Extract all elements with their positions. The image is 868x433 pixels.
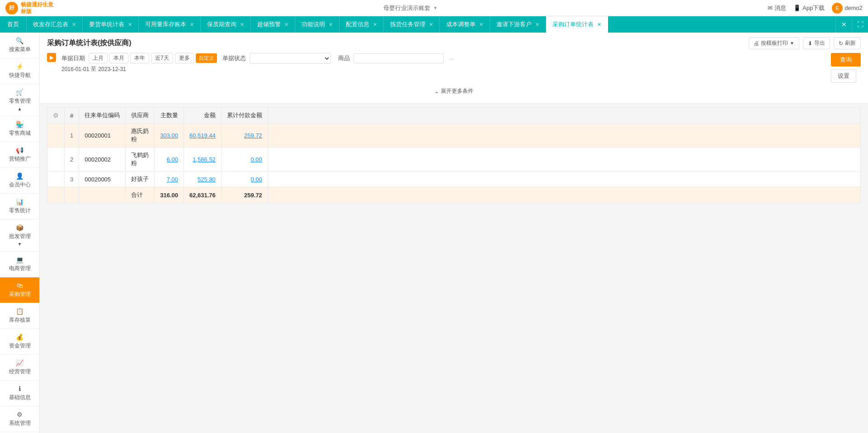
- row-amount[interactable]: 525.80: [184, 171, 222, 187]
- tab-yaohuo-close[interactable]: ✕: [128, 22, 132, 28]
- tab-keyongliang-close[interactable]: ✕: [190, 22, 194, 28]
- filter-goods-more[interactable]: ···: [448, 55, 456, 62]
- date-btn-more[interactable]: 更多: [175, 53, 194, 63]
- expand-more-button[interactable]: ⌄ 展开更多条件: [432, 85, 476, 98]
- tab-jianhuo-close[interactable]: ✕: [429, 22, 433, 28]
- tab-home[interactable]: 首页: [0, 16, 27, 33]
- ecom-icon: 💻: [16, 256, 24, 263]
- tab-shoufacun-close[interactable]: ✕: [72, 22, 76, 28]
- th-code: 往来单位编码: [79, 108, 126, 124]
- table-row: 1 00020001 惠氏奶粉 303.00 60,519.44 259.72: [47, 124, 861, 148]
- tab-yaohuo[interactable]: 要货单统计表 ✕: [83, 16, 139, 33]
- tab-baozhi-close[interactable]: ✕: [240, 22, 244, 28]
- tab-chengben-close[interactable]: ✕: [479, 22, 483, 28]
- row-qty[interactable]: 6.00: [155, 148, 184, 171]
- footer-paid: 259.72: [221, 187, 268, 203]
- workspace-selector[interactable]: 母婴行业演示账套 ▼: [383, 4, 438, 12]
- filter-area: ▶ 单据日期 上月 本月 本年 近7天 更多 自定义: [47, 53, 861, 103]
- row-amount[interactable]: 60,519.44: [184, 124, 222, 148]
- row-extra: [268, 124, 860, 148]
- sidebar-item-basic-info[interactable]: ℹ 基础信息: [0, 381, 39, 406]
- message-button[interactable]: ✉ 消息: [768, 4, 786, 12]
- sidebar-ecom-label: 电商管理: [9, 265, 31, 272]
- page-title-row: 采购订单统计表(按供应商) 🖨 按模板打印 ▼ ⬇ 导出 ↻ 刷新: [47, 37, 861, 49]
- filter-right-group: 单据状态 商品 ···: [222, 53, 826, 64]
- tab-gongneng-close[interactable]: ✕: [329, 22, 333, 28]
- filter-goods-input[interactable]: [354, 53, 444, 63]
- tab-keyongliang[interactable]: 可用量库存账本 ✕: [139, 16, 201, 33]
- sidebar-item-purchase[interactable]: 🛍 采购管理: [0, 277, 39, 303]
- sidebar-item-search[interactable]: 🔍 搜索菜单: [0, 33, 39, 58]
- sidebar-item-retail-stats[interactable]: 📊 零售统计: [0, 194, 39, 219]
- toggle-filter-button[interactable]: ▶: [47, 53, 56, 62]
- query-button[interactable]: 查询: [831, 53, 861, 67]
- message-icon: ✉: [768, 5, 773, 11]
- sidebar-retail-shop-label: 零售商城: [9, 129, 31, 137]
- search-menu-icon: 🔍: [16, 37, 24, 44]
- table-row: 2 00020002 飞鹤奶粉 6.00 1,586.52 0.00: [47, 148, 861, 171]
- tab-yaoqing-close[interactable]: ✕: [535, 22, 539, 28]
- tab-chaochu-close[interactable]: ✕: [284, 22, 288, 28]
- tab-shoufacun[interactable]: 收发存汇总表 ✕: [27, 16, 83, 33]
- tab-baozhi[interactable]: 保质期查询 ✕: [201, 16, 251, 33]
- sidebar-item-retail-mgmt[interactable]: 🛒 零售管理 ▲: [0, 84, 39, 116]
- top-bar-left: 好 畅捷通好生意 标版: [5, 1, 53, 14]
- tab-chengben[interactable]: 成本调整单 ✕: [440, 16, 490, 33]
- tab-peizhi[interactable]: 配置信息 ✕: [340, 16, 384, 33]
- user-menu[interactable]: E demo2: [832, 3, 863, 14]
- app-download-button[interactable]: 📱 App下载: [793, 4, 825, 12]
- row-qty[interactable]: 303.00: [155, 124, 184, 148]
- retail-shop-icon: 🏪: [16, 121, 24, 128]
- date-to: 2023-12-31: [98, 66, 126, 72]
- sidebar-item-inventory[interactable]: 📋 库存核算: [0, 303, 39, 329]
- top-bar-right: ✉ 消息 📱 App下载 E demo2: [768, 3, 863, 14]
- data-table: ⚙ # 往来单位编码 供应商 主数量 金额 累计付款金额 1 00020001 …: [47, 107, 861, 203]
- export-icon: ⬇: [808, 40, 812, 47]
- table-settings-icon[interactable]: ⚙: [53, 112, 59, 119]
- sidebar-item-retail-shop[interactable]: 🏪 零售商城: [0, 116, 39, 142]
- row-qty[interactable]: 7.00: [155, 171, 184, 187]
- sidebar-item-member[interactable]: 👤 会员中心: [0, 168, 39, 194]
- sidebar-item-system[interactable]: ⚙ 系统管理: [0, 406, 39, 432]
- filter-main-row: ▶ 单据日期 上月 本月 本年 近7天 更多 自定义: [47, 53, 861, 83]
- tab-gongneng[interactable]: 功能说明 ✕: [295, 16, 340, 33]
- sidebar-item-operations[interactable]: 📈 经营管理: [0, 355, 39, 381]
- row-amount[interactable]: 1,586.52: [184, 148, 222, 171]
- date-btn-this-year[interactable]: 本年: [130, 53, 149, 63]
- row-paid[interactable]: 259.72: [221, 124, 268, 148]
- workspace-dropdown-icon[interactable]: ▼: [433, 5, 438, 10]
- logo-text: 畅捷通好生意 标版: [21, 1, 53, 14]
- sidebar-item-marketing[interactable]: 📢 营销推广: [0, 142, 39, 168]
- row-paid[interactable]: 0.00: [221, 171, 268, 187]
- tab-yaoqing[interactable]: 邀请下游客户 ✕: [490, 16, 546, 33]
- date-btn-last-month[interactable]: 上月: [89, 53, 108, 63]
- template-print-button[interactable]: 🖨 按模板打印 ▼: [749, 37, 799, 49]
- date-btn-this-month[interactable]: 本月: [109, 53, 128, 63]
- sidebar-item-ecom[interactable]: 💻 电商管理: [0, 252, 39, 277]
- tab-peizhi-close[interactable]: ✕: [373, 22, 377, 28]
- row-index: 2: [65, 148, 79, 171]
- refresh-button[interactable]: ↻ 刷新: [834, 37, 861, 49]
- sidebar-finance-label: 资金管理: [9, 342, 31, 350]
- tab-caigou-close[interactable]: ✕: [597, 22, 601, 28]
- export-button[interactable]: ⬇ 导出: [803, 37, 830, 49]
- date-btn-custom[interactable]: 自定义: [196, 53, 217, 63]
- row-paid[interactable]: 0.00: [221, 148, 268, 171]
- operations-icon: 📈: [16, 359, 24, 366]
- tab-caigou-active[interactable]: 采购订单统计表 ✕: [546, 16, 608, 33]
- date-btn-7days[interactable]: 近7天: [151, 53, 173, 63]
- filter-status-select[interactable]: [250, 53, 331, 64]
- nav-tabs-right: ✕ ⛶: [835, 16, 868, 33]
- close-tab-button[interactable]: ✕: [835, 16, 852, 33]
- tab-chaochu[interactable]: 超储预警 ✕: [251, 16, 295, 33]
- sidebar-item-finance[interactable]: 💰 资金管理: [0, 329, 39, 355]
- tab-jianhuo[interactable]: 拣货任务管理 ✕: [384, 16, 440, 33]
- sidebar-inventory-label: 库存核算: [9, 316, 31, 324]
- main-layout: 🔍 搜索菜单 ⚡ 快捷导航 🛒 零售管理 ▲ 🏪 零售商城 📢 营销推广 👤 会…: [0, 33, 868, 433]
- workspace-label: 母婴行业演示账套: [383, 4, 430, 12]
- sidebar-item-wholesale[interactable]: 📦 批发管理 ▼: [0, 219, 39, 252]
- sidebar-item-quicknav[interactable]: ⚡ 快捷导航: [0, 58, 39, 84]
- maximize-tab-button[interactable]: ⛶: [852, 16, 868, 33]
- table-header-row: ⚙ # 往来单位编码 供应商 主数量 金额 累计付款金额: [47, 108, 861, 124]
- settings-button[interactable]: 设置: [831, 69, 856, 83]
